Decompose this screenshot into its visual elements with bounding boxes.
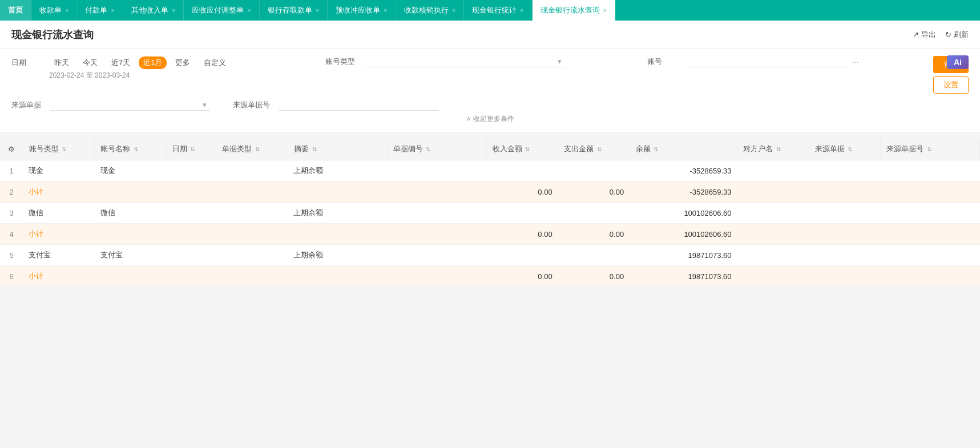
row-balance: 100102606.60 — [630, 224, 737, 245]
row-date — [166, 181, 216, 203]
row-balance: 19871073.60 — [630, 245, 737, 266]
row-doc-no — [387, 245, 486, 266]
row-account-name — [95, 224, 167, 245]
source-doc-label: 来源单据 — [11, 100, 41, 110]
col-income[interactable]: 收入金额 ⇅ — [486, 138, 558, 160]
row-counterpart — [737, 181, 809, 203]
row-source-doc — [809, 266, 881, 287]
row-income: 0.00 — [486, 181, 558, 203]
header-actions: ↗ 导出 ↻ 刷新 — [913, 30, 969, 40]
settings-icon[interactable]: ⚙ — [8, 145, 15, 154]
col-expense[interactable]: 支出金额 ⇅ — [558, 138, 630, 160]
account-more-icon[interactable]: ··· — [853, 58, 859, 66]
col-summary[interactable]: 摘要 ⇅ — [288, 138, 387, 160]
filter-area: 日期 昨天 今天 近7天 近1月 更多 自定义 2023-02-24 至 202… — [0, 49, 980, 132]
nav-tab-5[interactable]: 预收冲应收单 × — [328, 0, 396, 21]
row-no: 3 — [0, 203, 23, 224]
row-source-doc-no — [881, 160, 980, 181]
row-summary — [288, 224, 387, 245]
settings-button[interactable]: 设置 — [933, 76, 969, 94]
close-icon[interactable]: × — [316, 7, 319, 14]
nav-tab-3[interactable]: 应收应付调整单 × — [184, 0, 259, 21]
row-income — [486, 160, 558, 181]
row-account-type: 现金 — [23, 160, 95, 181]
row-expense: 0.00 — [558, 266, 630, 287]
row-balance: 19871073.60 — [630, 266, 737, 287]
collapse-bar[interactable]: ∧ 收起更多条件 — [11, 111, 969, 125]
col-date[interactable]: 日期 ⇅ — [166, 138, 216, 160]
nav-tab-7[interactable]: 现金银行统计 × — [464, 0, 532, 21]
top-nav: 首页 收款单 × 付款单 × 其他收入单 × 应收应付调整单 × 银行存取款单 … — [0, 0, 980, 21]
row-doc-type — [216, 245, 288, 266]
date-btn-more[interactable]: 更多 — [170, 56, 195, 70]
close-icon[interactable]: × — [520, 7, 523, 14]
col-counterpart[interactable]: 对方户名 ⇅ — [737, 138, 809, 160]
col-balance[interactable]: 余额 ⇅ — [630, 138, 737, 160]
ai-badge[interactable]: Ai — [947, 55, 969, 69]
col-source-doc-no[interactable]: 来源单据号 ⇅ — [881, 138, 980, 160]
col-doc-no[interactable]: 单据编号 ⇅ — [387, 138, 486, 160]
row-doc-type — [216, 266, 288, 287]
date-btn-1month[interactable]: 近1月 — [139, 56, 167, 69]
row-counterpart — [737, 160, 809, 181]
account-type-select[interactable]: ▾ — [364, 56, 565, 67]
row-source-doc-no — [881, 224, 980, 245]
row-no: 2 — [0, 181, 23, 203]
row-counterpart — [737, 224, 809, 245]
row-source-doc-no — [881, 203, 980, 224]
close-icon[interactable]: × — [603, 7, 607, 14]
col-account-type[interactable]: 账号类型 ⇅ — [23, 138, 95, 160]
row-doc-no — [387, 181, 486, 203]
table-row: 5支付宝支付宝上期余额19871073.60 — [0, 245, 980, 266]
row-account-type: 小计 — [23, 266, 95, 287]
row-account-type: 支付宝 — [23, 245, 95, 266]
nav-tab-8[interactable]: 现金银行流水查询 × — [533, 0, 615, 21]
row-doc-no — [387, 203, 486, 224]
row-doc-type — [216, 181, 288, 203]
nav-tab-0[interactable]: 收款单 × — [31, 0, 77, 21]
row-source-doc — [809, 245, 881, 266]
refresh-button[interactable]: ↻ 刷新 — [945, 30, 969, 40]
date-btn-today[interactable]: 今天 — [78, 56, 103, 70]
sort-icon: ⇅ — [190, 146, 195, 152]
col-source-doc[interactable]: 来源单据 ⇅ — [809, 138, 881, 160]
row-expense — [558, 203, 630, 224]
close-icon[interactable]: × — [172, 7, 175, 14]
source-doc-no-input[interactable] — [279, 99, 439, 111]
table-row: 4小计0.000.00100102606.60 — [0, 224, 980, 245]
row-account-type: 小计 — [23, 181, 95, 203]
row-source-doc — [809, 203, 881, 224]
account-input[interactable] — [685, 56, 848, 67]
table-row: 3微信微信上期余额100102606.60 — [0, 203, 980, 224]
date-btn-yesterday[interactable]: 昨天 — [49, 56, 74, 70]
nav-tab-1[interactable]: 付款单 × — [77, 0, 123, 21]
nav-tab-6[interactable]: 收款核销执行 × — [396, 0, 464, 21]
row-date — [166, 203, 216, 224]
source-doc-group: 来源单据 ▾ — [11, 99, 210, 111]
row-expense — [558, 245, 630, 266]
row-date — [166, 245, 216, 266]
date-btn-7days[interactable]: 近7天 — [106, 56, 135, 70]
col-doc-type[interactable]: 单据类型 ⇅ — [216, 138, 288, 160]
table-row: 1现金现金上期余额-3528659.33 — [0, 160, 980, 181]
nav-tab-4[interactable]: 银行存取款单 × — [260, 0, 328, 21]
sort-icon: ⇅ — [776, 146, 781, 152]
close-icon[interactable]: × — [65, 7, 68, 14]
export-button[interactable]: ↗ 导出 — [913, 30, 936, 40]
date-btn-custom[interactable]: 自定义 — [199, 56, 231, 70]
col-account-name[interactable]: 账号名称 ⇅ — [95, 138, 167, 160]
row-no: 4 — [0, 224, 23, 245]
nav-home[interactable]: 首页 — [0, 0, 31, 21]
close-icon[interactable]: × — [452, 7, 455, 14]
close-icon[interactable]: × — [247, 7, 251, 14]
sort-icon: ⇅ — [927, 146, 931, 152]
close-icon[interactable]: × — [111, 7, 114, 14]
sort-icon: ⇅ — [134, 146, 138, 152]
nav-tab-2[interactable]: 其他收入单 × — [123, 0, 184, 21]
row-date — [166, 224, 216, 245]
source-doc-select[interactable]: ▾ — [50, 99, 210, 111]
settings-col-header[interactable]: ⚙ — [0, 138, 23, 160]
sort-icon: ⇅ — [597, 146, 602, 152]
row-summary — [288, 181, 387, 203]
close-icon[interactable]: × — [384, 7, 387, 14]
